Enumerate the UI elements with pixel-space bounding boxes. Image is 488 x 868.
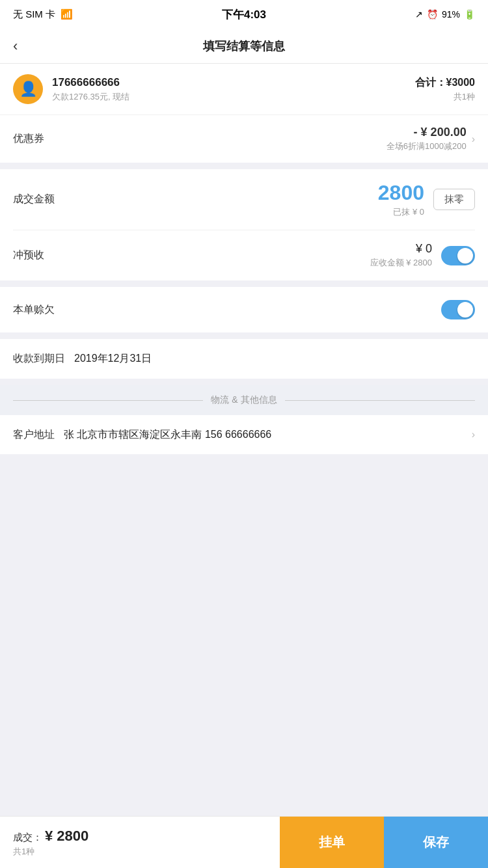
prepay-label: 冲预收	[13, 249, 44, 262]
user-info-row: 👤 17666666666 欠款1276.35元, 现结 合计：¥3000 共1…	[0, 64, 488, 115]
user-info-card: 👤 17666666666 欠款1276.35元, 现结 合计：¥3000 共1…	[0, 64, 488, 163]
battery-icon: 🔋	[464, 9, 475, 20]
wifi-icon: 📶	[61, 8, 73, 20]
nav-bar: ‹ 填写结算等信息	[0, 29, 488, 64]
address-label: 客户地址	[13, 428, 55, 442]
content: 👤 17666666666 欠款1276.35元, 现结 合计：¥3000 共1…	[0, 64, 488, 597]
logistics-divider: 物流 & 其他信息	[0, 385, 488, 415]
back-button[interactable]: ‹	[13, 38, 18, 55]
deal-amount-sub: 已抹 ¥ 0	[378, 206, 424, 218]
status-right: ↗ ⏰ 91% 🔋	[415, 9, 475, 20]
status-left: 无 SIM 卡 📶	[13, 8, 73, 21]
logistics-label: 物流 & 其他信息	[211, 394, 277, 406]
bottom-summary: 成交： ¥ 2800 共1种	[0, 828, 280, 858]
due-date-value: 2019年12月31日	[74, 352, 152, 366]
address-section: 客户地址 张 北京市市辖区海淀区永丰南 156 66666666 ›	[0, 415, 488, 454]
status-bar: 无 SIM 卡 📶 下午4:03 ↗ ⏰ 91% 🔋	[0, 0, 488, 29]
divider-line-left	[13, 400, 203, 401]
user-sub: 欠款1276.35元, 现结	[52, 91, 129, 103]
page-title: 填写结算等信息	[203, 38, 285, 54]
total-count: 共1种	[415, 91, 476, 103]
deal-amount-right: 2800 已抹 ¥ 0 抹零	[378, 181, 475, 218]
clock-icon: ⏰	[427, 9, 438, 20]
bottom-deal-label: 成交：	[13, 832, 42, 844]
prepay-row: 冲预收 ¥ 0 应收金额 ¥ 2800	[13, 230, 475, 280]
coupon-row[interactable]: 优惠券 - ¥ 200.00 全场6折满1000减200 ›	[0, 115, 488, 163]
bottom-bar: 成交： ¥ 2800 共1种 挂单 保存	[0, 816, 488, 868]
address-right: ›	[472, 429, 475, 441]
due-date-row: 收款到期日 2019年12月31日	[0, 339, 488, 379]
location-icon: ↗	[415, 9, 423, 20]
hang-order-button[interactable]: 挂单	[280, 817, 384, 869]
coupon-info: - ¥ 200.00 全场6折满1000减200	[386, 126, 467, 152]
address-row[interactable]: 客户地址 张 北京市市辖区海淀区永丰南 156 66666666 ›	[0, 415, 488, 454]
round-zero-button[interactable]: 抹零	[433, 189, 475, 210]
prepay-right: ¥ 0 应收金额 ¥ 2800	[370, 242, 475, 269]
prepay-toggle[interactable]	[441, 246, 475, 265]
coupon-value: - ¥ 200.00	[386, 126, 467, 139]
bottom-count: 共1种	[13, 846, 267, 858]
chevron-right-icon: ›	[472, 133, 475, 145]
credit-section: 本单赊欠	[0, 287, 488, 332]
deal-amount-label: 成交金额	[13, 193, 55, 206]
credit-label: 本单赊欠	[13, 303, 55, 317]
empty-area	[0, 461, 488, 539]
status-time: 下午4:03	[222, 7, 266, 22]
total-value: 合计：¥3000	[415, 76, 476, 90]
battery-text: 91%	[442, 9, 460, 20]
due-date-section: 收款到期日 2019年12月31日	[0, 339, 488, 379]
prepay-sub: 应收金额 ¥ 2800	[370, 257, 432, 269]
deal-amount-number: 2800	[378, 181, 424, 205]
amount-section: 成交金额 2800 已抹 ¥ 0 抹零 冲预收 ¥ 0 应收金额 ¥ 2800	[0, 169, 488, 280]
user-details: 17666666666 欠款1276.35元, 现结	[52, 76, 129, 103]
address-value: 张 北京市市辖区海淀区永丰南 156 66666666	[64, 427, 472, 442]
user-right: 合计：¥3000 共1种	[415, 76, 476, 103]
bottom-amount: ¥ 2800	[45, 828, 88, 845]
credit-toggle[interactable]	[441, 300, 475, 319]
divider-line-right	[285, 400, 475, 401]
credit-row: 本单赊欠	[0, 287, 488, 332]
prepay-amount: ¥ 0 应收金额 ¥ 2800	[370, 242, 432, 269]
save-button[interactable]: 保存	[384, 817, 488, 869]
address-chevron-icon: ›	[472, 429, 475, 441]
coupon-desc: 全场6折满1000减200	[386, 141, 467, 152]
bottom-deal-row: 成交： ¥ 2800	[13, 828, 267, 845]
coupon-right: - ¥ 200.00 全场6折满1000减200 ›	[386, 126, 475, 152]
user-phone: 17666666666	[52, 76, 129, 89]
due-date-label: 收款到期日	[13, 352, 65, 366]
no-sim-text: 无 SIM 卡	[13, 8, 55, 21]
coupon-label: 优惠券	[13, 132, 44, 146]
deal-amount-info: 2800 已抹 ¥ 0	[378, 181, 424, 218]
deal-amount-row: 成交金额 2800 已抹 ¥ 0 抹零	[13, 169, 475, 230]
prepay-value: ¥ 0	[370, 242, 432, 256]
avatar: 👤	[13, 74, 43, 104]
user-left: 👤 17666666666 欠款1276.35元, 现结	[13, 74, 129, 104]
